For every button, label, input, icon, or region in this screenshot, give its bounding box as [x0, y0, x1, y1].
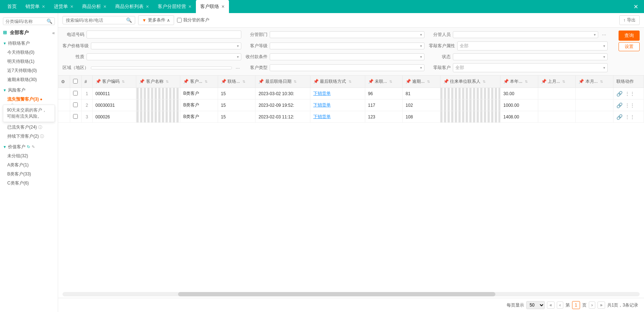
row-checkbox-2[interactable] [73, 114, 78, 119]
filter-dept-cell: 分管部门 ▾ [246, 31, 424, 39]
price-tier-select[interactable]: ▾ [91, 42, 241, 49]
zero-customer-select[interactable]: 全部 ▾ [453, 63, 608, 72]
col-not-contacted-sort-icon[interactable]: ⇅ [389, 80, 392, 84]
sidebar-item-classB[interactable]: B类客户(33) [0, 170, 58, 179]
row-action-more-icon-2[interactable]: ⋮⋮ [625, 114, 635, 120]
row-action-link-icon-1[interactable]: 🔗 [616, 102, 623, 108]
prev-page-btn[interactable]: ‹ [557, 301, 563, 309]
col-contact-sort-icon[interactable]: ⇅ [242, 80, 245, 84]
tab-customer-contact[interactable]: 客户联络 ✕ [196, 0, 229, 13]
tab-customer-tier-close[interactable]: ✕ [188, 4, 192, 9]
phone-input[interactable] [86, 31, 241, 39]
tab-purchase[interactable]: 进货单 ✕ [49, 0, 78, 13]
row-action-more-icon-0[interactable]: ⋮⋮ [625, 91, 635, 97]
sidebar-item-churned[interactable]: 已流失客户(24) ⓘ [0, 123, 58, 132]
col-code-sort-icon[interactable]: ⇅ [122, 80, 125, 84]
col-this-month-sort-icon[interactable]: ⇅ [600, 80, 603, 84]
row-action-cell: 🔗 ⋮⋮ [613, 88, 644, 100]
col-last-date-sort-icon[interactable]: ⇅ [294, 80, 297, 84]
col-this-year-sort-icon[interactable]: ⇅ [525, 80, 528, 84]
sidebar-collapse-icon[interactable]: « [52, 30, 55, 36]
filter-search-icon[interactable]: 🔍 [126, 17, 132, 23]
sidebar-item-week[interactable]: 近7天待联络(0) [0, 66, 58, 75]
select-all-checkbox[interactable] [73, 79, 78, 84]
value-edit-icon[interactable]: ✎ [32, 145, 35, 149]
tab-customer-tier[interactable]: 客户分层经营 ✕ [153, 0, 196, 13]
sidebar-search-input[interactable] [5, 19, 47, 24]
tab-analysis-list-close[interactable]: ✕ [146, 4, 149, 9]
col-type: 📌 客户... ⇅ [180, 76, 218, 88]
sidebar-group-pending-header[interactable]: ▼ 待联络客户 [0, 39, 58, 48]
manager-select[interactable]: ▾ [453, 31, 598, 38]
row-last-method-cell[interactable]: 下销货单 [310, 111, 365, 123]
zero-attribute-select[interactable]: 全部 ▾ [457, 41, 608, 50]
sidebar-item-today[interactable]: 今天待联络(0) [0, 48, 58, 57]
region-more-icon[interactable]: ··· [234, 65, 241, 71]
tab-purchase-close[interactable]: ✕ [70, 4, 73, 9]
col-checkbox[interactable] [70, 76, 81, 88]
sidebar-item-classC[interactable]: C类客户(6) [0, 179, 58, 188]
col-last-contact-sort-icon[interactable]: ⇅ [483, 80, 486, 84]
col-last-month-sort-icon[interactable]: ⇅ [562, 80, 565, 84]
sidebar-item-downtrend[interactable]: 持续下滑客户(2) ⓘ [0, 132, 58, 141]
gender-select[interactable]: ▾ [86, 53, 241, 60]
col-settings[interactable]: ⚙ [58, 76, 70, 88]
row-last-method-cell[interactable]: 下销货单 [310, 88, 365, 100]
scrollbar-thumb[interactable] [178, 292, 495, 296]
manager-more-icon[interactable]: ··· [600, 32, 608, 37]
value-refresh-icon[interactable]: ↻ [27, 145, 30, 149]
col-last-method-sort-icon[interactable]: ⇅ [349, 80, 351, 84]
tab-analysis-list[interactable]: 商品分析列表 ✕ [111, 0, 153, 13]
filter-search-box[interactable]: 🔍 [63, 16, 135, 24]
dept-select[interactable]: ▾ [270, 31, 424, 38]
region-select[interactable] [91, 66, 232, 69]
sidebar-item-ungroup[interactable]: 未分组(32) [0, 151, 58, 161]
tab-analysis[interactable]: 商品分析 ✕ [78, 0, 111, 13]
row-check-cell[interactable] [70, 111, 81, 123]
my-customers-check[interactable]: 我分管的客户 [177, 17, 209, 23]
per-page-select[interactable]: 50 100 200 [526, 301, 545, 309]
sidebar-item-churn-warning[interactable]: 流失预警客户(3) ● [0, 95, 58, 104]
row-action-more-icon-1[interactable]: ⋮⋮ [625, 102, 635, 108]
row-check-cell[interactable] [70, 88, 81, 100]
next-page-btn[interactable]: › [589, 301, 595, 309]
sidebar-item-overdue[interactable]: 逾期未联络(30) [0, 75, 58, 84]
tab-sales-close[interactable]: ✕ [42, 4, 45, 9]
row-last-method-cell[interactable]: 下销货单 [310, 100, 365, 111]
sidebar-item-today-label: 今天待联络(0) [7, 50, 35, 55]
sidebar-group-value-header[interactable]: ▼ 价值客户 ↻ ✎ [0, 142, 58, 151]
col-name-sort-icon[interactable]: ⇅ [166, 80, 169, 84]
window-close-btn[interactable]: ✕ [631, 3, 641, 10]
sidebar-group-risk-header[interactable]: ▼ 风险客户 [0, 86, 58, 95]
col-type-sort-icon[interactable]: ⇅ [205, 80, 208, 84]
filter-row-4: 区域（地区） ··· 客户类型 ▾ 零敲客户 [63, 63, 608, 72]
customer-tier-select[interactable]: ▾ [270, 42, 424, 49]
last-page-btn[interactable]: » [597, 301, 605, 309]
status-select[interactable]: ▾ [453, 53, 608, 60]
first-page-btn[interactable]: « [547, 301, 555, 309]
row-checkbox-0[interactable] [73, 91, 78, 96]
customer-type-select[interactable]: ▾ [270, 64, 424, 71]
tab-home[interactable]: 首页 [3, 0, 21, 13]
my-customers-checkbox[interactable] [177, 18, 182, 23]
export-btn[interactable]: ↑ 导出 [619, 15, 640, 25]
tab-analysis-close[interactable]: ✕ [103, 4, 106, 9]
horizontal-scrollbar[interactable] [63, 292, 640, 296]
query-button[interactable]: 查询 [619, 31, 640, 41]
settings-button[interactable]: 设置 [619, 42, 640, 51]
sidebar-all-customers[interactable]: ⊞ 全部客户 « [0, 28, 58, 37]
payment-select[interactable]: ▾ [270, 53, 424, 60]
sidebar-item-classA[interactable]: A类客户(1) [0, 161, 58, 170]
row-type-cell: B类客户 [180, 111, 218, 123]
sidebar-search-box[interactable]: 🔍 [3, 17, 55, 25]
row-check-cell[interactable] [70, 100, 81, 111]
more-conditions-btn[interactable]: ▼ 更多条件 ∧ [138, 15, 174, 25]
tab-sales[interactable]: 销货单 ✕ [21, 0, 49, 13]
row-checkbox-1[interactable] [73, 102, 78, 107]
col-overdue-sort-icon[interactable]: ⇅ [427, 80, 430, 84]
tab-customer-contact-close[interactable]: ✕ [221, 4, 225, 9]
row-action-link-icon-2[interactable]: 🔗 [616, 114, 623, 120]
row-action-link-icon-0[interactable]: 🔗 [616, 91, 623, 97]
filter-search-input[interactable] [66, 18, 126, 23]
sidebar-item-tomorrow[interactable]: 明天待联络(1) [0, 57, 58, 66]
